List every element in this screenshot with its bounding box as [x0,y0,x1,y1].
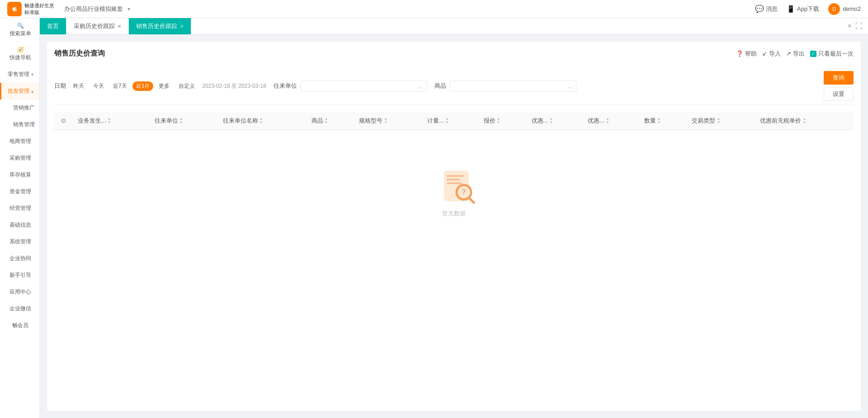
date-btn-last7days[interactable]: 近7天 [109,81,131,91]
filter-bar: 日期 昨天 今天 近7天 近1月 更多 自定义 2023-02-18 至 202… [54,66,854,105]
help-btn[interactable]: ❓ 帮助 [736,50,757,58]
col-gear[interactable]: ⚙ [54,112,72,130]
date-filter-group: 日期 昨天 今天 近7天 近1月 更多 自定义 2023-02-18 至 202… [54,81,266,91]
partner-input-trigger[interactable]: ... [418,83,423,90]
col-partner-name[interactable]: 往来单位名称 ▲▼ [217,112,306,130]
app-title: 办公用品行业模拟账套 [64,5,123,13]
filter-action-btns: 查询 设置 [824,71,854,101]
sidebar-item-purchase-mgmt[interactable]: 采购管理 [0,150,39,166]
only-latest-checkbox-icon: ✓ [810,51,816,57]
sidebar-item-search-menu[interactable]: 🔍 搜索菜单 [0,18,39,42]
msg-btn[interactable]: 💬 消息 [755,5,778,13]
import-btn[interactable]: ↙ 导入 [762,50,781,58]
col-unit[interactable]: 计量... ▲▼ [422,112,478,130]
top-bar: 畅 畅捷通好生意 标准版 办公用品行业模拟账套 ▾ 💬 消息 📱 App下载 [0,0,868,18]
tab-home[interactable]: 首页 [40,18,66,34]
only-latest-checkbox-label[interactable]: ✓ 只看最后一次 [810,50,854,58]
date-btn-today[interactable]: 今天 [90,81,108,91]
query-btn[interactable]: 查询 [824,71,854,85]
sidebar-item-marketing[interactable]: 营销推广 [0,100,39,116]
page-title-bar: 销售历史价查询 ❓ 帮助 ↙ 导入 ↗ [54,49,854,58]
data-table: ⚙ 业务发生... ▲▼ 往来 [54,112,854,130]
partner-filter-group: 往来单位 ... [274,81,427,92]
app-title-dropdown-icon[interactable]: ▾ [127,6,130,12]
tab-bar: 首页 采购历史价跟踪 × 销售历史价跟踪 × × ⛶ [40,18,868,34]
sidebar-item-quick-nav[interactable]: 🧭 快捷导航 [0,42,39,66]
settings-btn[interactable]: 设置 [824,87,854,101]
tab-close-all-btn[interactable]: × [848,22,852,30]
sidebar-item-enterprise-wechat[interactable]: 企业微信 [0,300,39,317]
col-spec[interactable]: 规格型号 ▲▼ [354,112,422,130]
right-panel: 首页 采购历史价跟踪 × 销售历史价跟踪 × × ⛶ [40,18,868,418]
tab-purchase-history-close-icon[interactable]: × [118,23,121,29]
sidebar-item-member[interactable]: 畅会员 [0,317,39,334]
date-btn-yesterday[interactable]: 昨天 [70,81,88,91]
table-header-row: ⚙ 业务发生... ▲▼ 往来 [54,112,854,130]
top-bar-right: 💬 消息 📱 App下载 D demo2 [755,3,861,15]
tab-sales-history-close-icon[interactable]: × [180,23,184,29]
sidebar-item-ecommerce[interactable]: 电商管理 [0,133,39,150]
sidebar-item-new-guide[interactable]: 新手引导 [0,267,39,284]
svg-rect-5 [447,182,462,184]
col-discount2[interactable]: 优惠... ▲▼ [582,112,639,130]
page-actions: ❓ 帮助 ↙ 导入 ↗ 导出 [736,50,854,58]
svg-text:畅: 畅 [12,7,17,12]
msg-icon: 💬 [755,5,764,13]
goods-input-trigger[interactable]: ... [567,83,572,90]
partner-input[interactable] [305,83,418,90]
goods-filter-group: 商品 ... [434,81,576,92]
tab-sales-history[interactable]: 销售历史价跟踪 × [129,18,191,34]
goods-filter-label: 商品 [434,82,446,90]
logo-text: 畅捷通好生意 标准版 [24,2,54,15]
partner-filter-label: 往来单位 [274,82,297,90]
svg-line-7 [469,198,474,203]
compass-icon: 🧭 [17,47,24,53]
date-btn-custom[interactable]: 自定义 [175,81,198,91]
sidebar-item-inventory[interactable]: 库存核算 [0,166,39,183]
col-biz-date[interactable]: 业务发生... ▲▼ [72,112,149,130]
user-profile[interactable]: D demo2 [828,3,861,15]
sidebar-item-basic-info[interactable]: 基础信息 [0,217,39,233]
sidebar-item-enterprise-collab[interactable]: 企业协同 [0,250,39,267]
chevron-up-icon: ▴ [31,89,33,94]
export-btn[interactable]: ↗ 导出 [786,50,805,58]
svg-rect-3 [447,175,464,177]
page-title: 销售历史价查询 [54,49,105,58]
top-bar-left: 畅 畅捷通好生意 标准版 办公用品行业模拟账套 ▾ [7,2,130,16]
sidebar-item-system-mgmt[interactable]: 系统管理 [0,233,39,250]
gear-icon: ⚙ [61,117,66,124]
goods-input[interactable] [454,83,567,90]
search-icon: 🔍 [17,23,24,29]
app-download-btn[interactable]: 📱 App下载 [787,5,819,13]
col-trade-type[interactable]: 交易类型 ▲▼ [686,112,755,130]
col-price[interactable]: 报价 ▲▼ [478,112,526,130]
col-goods[interactable]: 商品 ▲▼ [306,112,354,130]
tab-expand-btn[interactable]: ⛶ [855,22,863,30]
col-pretax-price[interactable]: 优惠前无税单价 ▲▼ [755,112,854,130]
page-content: 销售历史价查询 ❓ 帮助 ↙ 导入 ↗ [40,34,868,418]
date-btn-last1month[interactable]: 近1月 [132,81,154,91]
sidebar-item-operations[interactable]: 经营管理 [0,200,39,217]
logo-area: 畅 畅捷通好生意 标准版 [7,2,54,16]
col-quantity[interactable]: 数量 ▲▼ [639,112,687,130]
tab-purchase-history[interactable]: 采购历史价跟踪 × [66,18,129,34]
username-label: demo2 [843,5,861,12]
col-partner-code[interactable]: 往来单位 ▲▼ [149,112,217,130]
empty-text: 暂无数据 [442,209,466,218]
help-icon: ❓ [736,50,743,57]
sidebar-item-capital-mgmt[interactable]: 资金管理 [0,183,39,200]
sidebar-item-retail-mgmt[interactable]: 零售管理 ▾ [0,66,39,83]
import-icon: ↙ [762,50,767,57]
avatar: D [828,3,840,15]
sidebar-item-wholesale-mgmt[interactable]: 批发管理 ▴ [0,83,39,100]
date-filter-label: 日期 [54,82,66,90]
col-discount1[interactable]: 优惠... ▲▼ [526,112,583,130]
empty-state: ? 暂无数据 [54,130,854,254]
sidebar-item-sales-mgmt[interactable]: 销售管理 [0,116,39,133]
chevron-down-icon: ▾ [31,72,33,77]
tab-bar-actions: × ⛶ [848,22,868,30]
date-btn-more[interactable]: 更多 [155,81,173,91]
sidebar-item-app-center[interactable]: 应用中心 [0,284,39,300]
goods-input-container: ... [450,81,576,92]
partner-input-container: ... [301,81,427,92]
